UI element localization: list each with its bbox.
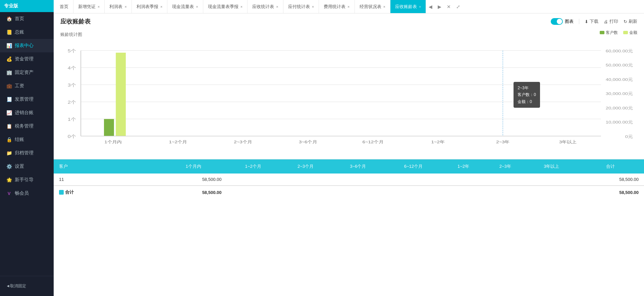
tab-ap-stat[interactable]: 应付统计表 × [283, 0, 319, 13]
tab-ar-aging-label: 应收账龄表 [395, 4, 417, 10]
sidebar-item-vip-label: 畅会员 [15, 190, 29, 196]
sidebar-item-ledger[interactable]: 📒 总账 [0, 26, 54, 39]
tab-next-btn[interactable]: ▶ [435, 4, 444, 9]
foot-month1: 58,500.00 [160, 186, 227, 199]
print-icon: 🖨 [604, 19, 608, 24]
page-title: 应收账龄表 [60, 17, 91, 26]
tab-expense-stat-label: 费用统计表 [324, 4, 345, 10]
tab-ar-stat-close[interactable]: × [276, 5, 278, 9]
tab-voucher[interactable]: 新增凭证 × [73, 0, 105, 13]
th-year3plus: 3年以上 [526, 159, 577, 174]
unpin-button[interactable]: ◄取消固定 [0, 280, 54, 293]
settings-icon: ⚙️ [6, 163, 12, 169]
foot-year23 [484, 186, 526, 199]
home-icon: 🏠 [6, 16, 12, 22]
svg-text:50,000.00元: 50,000.00元 [606, 63, 633, 67]
app-logo: 专业版 [0, 0, 54, 12]
sidebar-bottom: ◄取消固定 [0, 276, 54, 296]
vip-icon: V [6, 190, 12, 196]
tab-expense-stat[interactable]: 费用统计表 × [319, 0, 355, 13]
table-footer-row: 合计 58,500.00 58,500.00 [54, 186, 644, 199]
tab-expense-stat-close[interactable]: × [347, 5, 350, 9]
th-month36: 3~6个月 [332, 159, 384, 174]
salary-icon: 💼 [6, 83, 12, 89]
sidebar-item-assets[interactable]: 🏢 固定资产 [0, 66, 54, 79]
tab-profit-label: 利润表 [109, 4, 122, 10]
tab-voucher-close[interactable]: × [98, 5, 100, 9]
sidebar-item-guide[interactable]: 🌟 新手引导 [0, 173, 54, 187]
legend-customers: 客户数 [600, 30, 618, 36]
tab-ap-stat-label: 应付统计表 [288, 4, 310, 10]
sidebar-item-funds[interactable]: 💰 资金管理 [0, 52, 54, 66]
sidebar-item-home[interactable]: 🏠 首页 [0, 12, 54, 26]
tab-profit[interactable]: 利润表 × [105, 0, 131, 13]
tab-home[interactable]: 首页 [55, 0, 73, 13]
sidebar-item-reports[interactable]: 📊 报表中心 [0, 39, 54, 52]
sidebar-item-vip[interactable]: V 畅会员 [0, 187, 54, 200]
total-icon [59, 190, 64, 195]
sidebar-item-sales[interactable]: 📈 进销台账 [0, 106, 54, 119]
sidebar-item-funds-label: 资金管理 [15, 56, 34, 62]
sidebar-item-invoice-label: 发票管理 [15, 96, 34, 102]
tab-ar-aging[interactable]: 应收账龄表 × [390, 0, 426, 13]
divider-1 [579, 19, 579, 24]
sidebar-item-salary[interactable]: 💼 工资 [0, 79, 54, 93]
sidebar-item-guide-label: 新手引导 [15, 177, 34, 183]
data-table: 客户 1个月内 1~2个月 2~3个月 3~6个月 6~12个月 1~2年 2~… [54, 159, 644, 199]
tab-business-stat-label: 经营状况表 [360, 4, 381, 10]
svg-text:20,000.00元: 20,000.00元 [606, 106, 633, 110]
sidebar: 专业版 🏠 首页 📒 总账 📊 报表中心 💰 资金管理 🏢 固定资产 💼 工资 … [0, 0, 54, 296]
sidebar-item-ledger-label: 总账 [15, 29, 24, 35]
tab-profit-quarter[interactable]: 利润表季报 × [132, 0, 167, 13]
tab-expand-btn[interactable]: ⤢ [453, 4, 463, 9]
main-area: 首页 新增凭证 × 利润表 × 利润表季报 × 现金流量表 × 现金流量表季报 … [54, 0, 644, 296]
svg-text:40,000.00元: 40,000.00元 [606, 77, 633, 82]
sidebar-item-settings-label: 设置 [15, 163, 24, 169]
refresh-button[interactable]: ↻ 刷新 [624, 18, 637, 24]
legend-customers-dot [600, 31, 604, 34]
unpin-label: ◄取消固定 [6, 283, 26, 289]
tab-cashflow-quarter[interactable]: 现金流量表季报 × [203, 0, 248, 13]
sidebar-item-invoice[interactable]: 🧾 发票管理 [0, 93, 54, 106]
chart-toggle-group: 图表 [551, 18, 574, 25]
table-header-row: 客户 1个月内 1~2个月 2~3个月 3~6个月 6~12个月 1~2年 2~… [54, 159, 644, 174]
tab-ap-stat-close[interactable]: × [312, 5, 314, 9]
cell-year3plus [526, 174, 577, 186]
sidebar-item-settings[interactable]: ⚙️ 设置 [0, 160, 54, 173]
download-button[interactable]: ⬇ 下载 [585, 18, 598, 24]
tab-cashflow[interactable]: 现金流量表 × [167, 0, 203, 13]
tab-cashflow-close[interactable]: × [196, 5, 198, 9]
table-container: 客户 1个月内 1~2个月 2~3个月 3~6个月 6~12个月 1~2年 2~… [54, 159, 644, 199]
ledger-icon: 📒 [6, 29, 12, 35]
foot-customer: 合计 [54, 186, 160, 199]
svg-text:2~3个月: 2~3个月 [234, 140, 252, 144]
sidebar-item-archive[interactable]: 📁 归档管理 [0, 146, 54, 160]
cell-year12 [442, 174, 484, 186]
sidebar-item-assets-label: 固定资产 [15, 69, 34, 76]
svg-text:3年以上: 3年以上 [559, 140, 577, 144]
legend-amount-label: 金额 [629, 30, 637, 36]
cell-total: 58,500.00 [577, 174, 644, 186]
tab-close-all-btn[interactable]: ✕ [444, 4, 453, 9]
tab-ar-aging-close[interactable]: × [419, 5, 421, 9]
sidebar-item-closing[interactable]: 🔒 结账 [0, 133, 54, 146]
tab-cashflow-quarter-close[interactable]: × [240, 5, 243, 9]
tab-business-stat-close[interactable]: × [383, 5, 385, 9]
sidebar-item-archive-label: 归档管理 [15, 150, 34, 156]
chart-toggle[interactable] [551, 18, 563, 25]
tab-profit-close[interactable]: × [124, 5, 126, 9]
tab-ar-stat[interactable]: 应收统计表 × [248, 0, 283, 13]
tab-prev-btn[interactable]: ◀ [426, 4, 435, 9]
page-content: 应收账龄表 图表 ⬇ 下载 🖨 打印 ↻ 刷新 [54, 13, 644, 296]
cell-month36 [332, 174, 384, 186]
sidebar-item-salary-label: 工资 [15, 83, 24, 89]
tab-business-stat[interactable]: 经营状况表 × [355, 0, 390, 13]
sidebar-item-tax-label: 税务管理 [15, 123, 34, 129]
refresh-icon: ↻ [624, 19, 627, 24]
tab-bar: 首页 新增凭证 × 利润表 × 利润表季报 × 现金流量表 × 现金流量表季报 … [54, 0, 644, 13]
tab-profit-quarter-close[interactable]: × [160, 5, 162, 9]
bar-customers-0 [104, 119, 114, 136]
print-button[interactable]: 🖨 打印 [604, 18, 618, 24]
chart-toggle-label: 图表 [565, 18, 574, 24]
sidebar-item-tax[interactable]: 📋 税务管理 [0, 119, 54, 133]
